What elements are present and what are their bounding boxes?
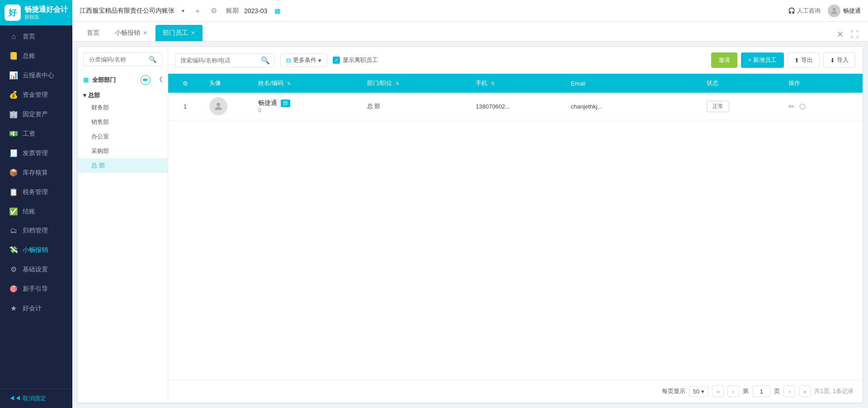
col-header-phone[interactable]: 手机 ⇅ (468, 74, 563, 93)
invite-button[interactable]: 邀请 (711, 52, 737, 68)
sidebar-item-invoice-label: 发票管理 (23, 149, 48, 157)
table-header-row: ⚙ 头像 姓名/编码 ⇅ 部门/职位 ⇅ (168, 74, 863, 93)
tab-bar-actions: ✕ ⛶ (835, 28, 861, 41)
dept-search-icon[interactable]: 🔍 (149, 56, 156, 63)
page-input[interactable] (752, 385, 770, 397)
tab-expense[interactable]: 小畅报销 ✕ (108, 25, 155, 41)
dept-item-office-label: 办公室 (91, 133, 109, 140)
dept-search-box[interactable]: 🔍 (83, 52, 162, 66)
col-header-settings[interactable]: ⚙ (168, 74, 202, 93)
company-dropdown-icon[interactable]: ▾ (182, 8, 184, 14)
page-total: 共1页, 1条记录 (814, 387, 854, 395)
import-button[interactable]: ⬇ 导入 (823, 52, 855, 68)
per-page-chevron-icon: ▾ (701, 388, 704, 395)
sidebar-item-guide[interactable]: 🎯 新手引导 (0, 279, 72, 299)
cell-dept: 总 部 (360, 93, 468, 120)
invoice-icon: 🧾 (9, 149, 18, 157)
all-dept-label: 全部部门 (92, 76, 137, 84)
dept-collapse-icon[interactable]: 《 (156, 76, 162, 84)
table-settings-icon[interactable]: ⚙ (183, 80, 188, 87)
sidebar: 好 畅捷通好会计 旗舰版 ⌂ 首页 📒 总账 📊 云报表中心 💰 资金管理 🏢 … (0, 0, 72, 408)
sidebar-unpin-button[interactable]: ◀◀ 取消固定 (0, 389, 72, 408)
last-page-button[interactable]: » (799, 385, 811, 397)
period-calendar-icon[interactable]: ▦ (274, 7, 280, 14)
sidebar-item-assets[interactable]: 🏢 固定资产 (0, 104, 72, 124)
tab-employee-close-icon[interactable]: ✕ (191, 30, 195, 36)
tax-icon: 📋 (9, 188, 18, 196)
pagination: 每页显示 50 ▾ « ‹ 第 页 › » 共1页, 1条记录 (168, 380, 863, 403)
dept-search-input[interactable] (89, 56, 145, 63)
company-name: 江西服宝精品有限责任公司内账张 (80, 7, 175, 15)
status-badge: 正常 (707, 101, 729, 112)
dept-edit-icon[interactable]: ✏ (141, 75, 151, 85)
sidebar-item-home[interactable]: ⌂ 首页 (0, 27, 72, 46)
next-page-button[interactable]: › (783, 385, 795, 397)
sidebar-item-invoice[interactable]: 🧾 发票管理 (0, 143, 72, 163)
tab-close-all-icon[interactable]: ✕ (835, 28, 845, 41)
logout-employee-button[interactable]: ⬡ (799, 103, 806, 110)
tab-home[interactable]: 首页 (80, 25, 107, 41)
tab-expense-close-icon[interactable]: ✕ (143, 30, 147, 36)
employee-name-text: 畅捷通 (258, 99, 277, 106)
sidebar-item-guide-label: 新手引导 (23, 285, 48, 293)
sidebar-item-reports[interactable]: 📊 云报表中心 (0, 66, 72, 85)
sidebar-item-archive[interactable]: 🗂 归档管理 (0, 221, 72, 240)
employee-search-input[interactable] (180, 57, 257, 64)
col-header-dept[interactable]: 部门/职位 ⇅ (360, 74, 468, 93)
dept-item-office[interactable]: 办公室 (78, 129, 168, 144)
sidebar-item-more[interactable]: ★ 好会计 (0, 299, 72, 318)
export-button[interactable]: ⬆ 导出 (788, 52, 820, 68)
sidebar-nav: ⌂ 首页 📒 总账 📊 云报表中心 💰 资金管理 🏢 固定资产 💵 工资 🧾 发… (0, 25, 72, 389)
checkout-icon: ✅ (9, 207, 18, 216)
main-area: 江西服宝精品有限责任公司内账张 ▾ ＋ ⚙ 账期 2023-03 ▦ 🎧 人工咨… (72, 0, 868, 408)
sidebar-item-settings[interactable]: ⚙ 基础设置 (0, 260, 72, 279)
dept-item-purchase-label: 采购部 (91, 147, 109, 154)
employee-search-box[interactable]: 🔍 (175, 53, 275, 67)
sidebar-item-ledger[interactable]: 📒 总账 (0, 46, 72, 66)
col-name-label: 姓名/编码 (258, 80, 283, 86)
prev-page-button[interactable]: ‹ (727, 385, 739, 397)
sidebar-item-inventory[interactable]: 📦 库存核算 (0, 163, 72, 182)
cell-avatar (202, 93, 251, 120)
dept-group-root: ▾ 总部 (78, 89, 168, 100)
cell-actions: ✏ ⬡ (781, 93, 863, 120)
dept-item-purchase[interactable]: 采购部 (78, 144, 168, 158)
expense-icon: 💸 (9, 246, 18, 254)
dept-item-general[interactable]: 总 部 (78, 158, 168, 173)
cell-email: chanjethkj... (564, 93, 700, 120)
per-page-select[interactable]: 50 ▾ (689, 386, 708, 397)
home-icon: ⌂ (9, 33, 18, 41)
sidebar-item-salary[interactable]: 💵 工资 (0, 124, 72, 143)
salary-icon: 💵 (9, 129, 18, 138)
header-settings-icon[interactable]: ⚙ (211, 6, 217, 15)
more-icon: ★ (9, 304, 18, 313)
user-info[interactable]: 畅捷通 (828, 5, 861, 17)
add-employee-button[interactable]: + 新增员工 (741, 52, 784, 68)
export-label: 导出 (801, 56, 813, 64)
sidebar-item-capital[interactable]: 💰 资金管理 (0, 85, 72, 104)
first-page-button[interactable]: « (712, 385, 724, 397)
col-header-actions: 操作 (781, 74, 863, 93)
filter-button[interactable]: ⊟ 更多条件 ▾ (280, 53, 327, 67)
consult-button[interactable]: 🎧 人工咨询 (788, 7, 821, 15)
edit-employee-button[interactable]: ✏ (788, 103, 794, 110)
add-company-button[interactable]: ＋ (190, 5, 205, 16)
logo-icon: 好 (5, 5, 21, 21)
sidebar-item-expense[interactable]: 💸 小畅报销 (0, 240, 72, 260)
filter-label: 更多条件 (293, 56, 316, 64)
employee-search-icon[interactable]: 🔍 (261, 56, 270, 65)
dept-item-sales[interactable]: 销售部 (78, 115, 168, 129)
show-resigned-toggle[interactable]: ✓ 显示离职员工 (333, 56, 378, 64)
sidebar-unpin-label: ◀◀ 取消固定 (9, 394, 46, 403)
sidebar-item-capital-label: 资金管理 (23, 91, 48, 99)
col-header-email: Email (564, 74, 700, 93)
sidebar-item-tax[interactable]: 📋 税务管理 (0, 182, 72, 202)
sidebar-item-checkout[interactable]: ✅ 结账 (0, 202, 72, 221)
guide-icon: 🎯 (9, 285, 18, 293)
dept-item-finance[interactable]: 财务部 (78, 100, 168, 115)
tab-employee[interactable]: 部门员工 ✕ (156, 25, 203, 41)
tab-expand-icon[interactable]: ⛶ (849, 28, 861, 41)
avatar (828, 5, 840, 17)
show-resigned-checkbox[interactable]: ✓ (333, 57, 340, 64)
col-header-name[interactable]: 姓名/编码 ⇅ (251, 74, 359, 93)
